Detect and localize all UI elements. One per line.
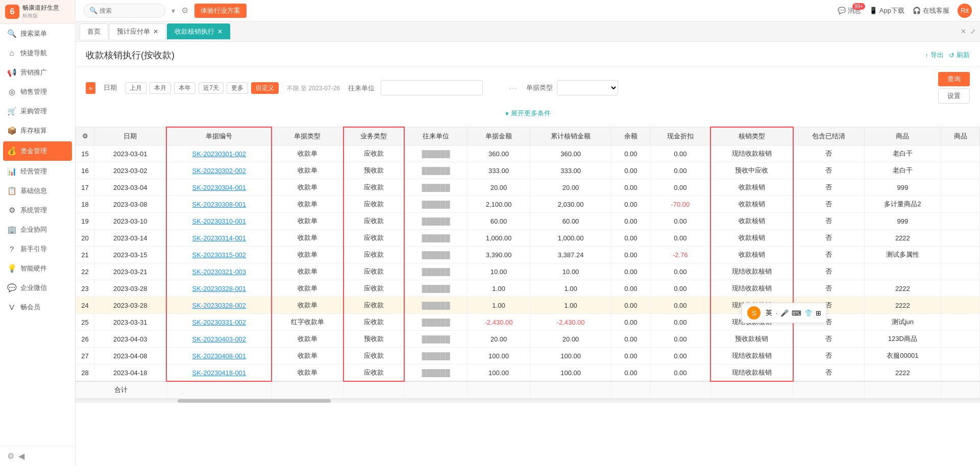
bill-no-link[interactable]: SK-20230302-002 <box>192 167 247 175</box>
cell-goods2 <box>941 263 980 280</box>
sidebar-item-quick[interactable]: ⌂ 快捷导航 <box>0 43 75 63</box>
sidebar-item-marketing[interactable]: 📢 营销推广 <box>0 63 75 82</box>
bill-no-link[interactable]: SK-20230331-002 <box>192 318 247 326</box>
float-keyboard-icon[interactable]: ⌨ <box>792 309 801 317</box>
cell-biz-type: 应收款 <box>344 196 404 213</box>
sidebar-item-search[interactable]: 🔍 搜索菜单 <box>0 24 75 43</box>
date-custom-btn[interactable]: 自定义 <box>251 82 279 94</box>
bill-no-link[interactable]: SK-20230310-001 <box>192 217 247 225</box>
partner-input[interactable] <box>381 80 483 95</box>
gear-icon[interactable]: ⚙ <box>181 6 188 15</box>
bill-no-link[interactable]: SK-20230321-003 <box>192 268 247 276</box>
bill-no-link[interactable]: SK-20230304-001 <box>192 184 247 191</box>
sidebar-item-guide[interactable]: ? 新手引导 <box>0 239 75 259</box>
refresh-button[interactable]: ↺ 刷新 <box>949 51 970 60</box>
messages-button[interactable]: 💬 消息 99+ <box>838 6 861 15</box>
th-included[interactable]: 包含已结清 <box>793 127 865 145</box>
expand-more-btn[interactable]: ▾ 展开更多条件 <box>86 106 970 121</box>
sidebar-item-inventory[interactable]: 📦 库存核算 <box>0 121 75 140</box>
th-goods1[interactable]: 商品 <box>864 127 941 145</box>
tab-pre-apply-close-icon[interactable]: ✕ <box>153 28 158 35</box>
query-button[interactable]: 查询 <box>938 72 970 86</box>
sidebar-item-wechat[interactable]: 💬 企业微信 <box>0 278 75 298</box>
footer-write-type <box>710 381 793 399</box>
float-grid-icon[interactable]: ⊞ <box>816 309 821 317</box>
th-write-type[interactable]: 核销类型 <box>710 127 793 145</box>
cell-biz-type: 应收款 <box>344 179 404 196</box>
sidebar-item-hardware[interactable]: 💡 智能硬件 <box>0 259 75 278</box>
sidebar-item-label: 畅会员 <box>20 303 40 312</box>
cell-bill-type: 收款单 <box>272 196 343 213</box>
topbar-search-bar[interactable]: 🔍 <box>84 4 165 18</box>
sidebar-item-finance[interactable]: 💰 资金管理 <box>3 141 72 161</box>
bill-no-link[interactable]: SK-20230418-001 <box>192 369 247 377</box>
cell-amount: 360.00 <box>468 145 530 162</box>
sidebar-logo: 6 畅康道好生意 标推版 <box>0 0 75 24</box>
bill-no-link[interactable]: SK-20230328-001 <box>192 285 247 292</box>
th-date[interactable]: 日期 <box>94 127 167 145</box>
th-discount[interactable]: 现金折扣 <box>650 127 711 145</box>
sidebar-item-purchase[interactable]: 🛒 采购管理 <box>0 102 75 121</box>
th-settings[interactable]: ⚙ <box>76 127 94 145</box>
th-bill-no[interactable]: 单据编号 <box>166 127 272 145</box>
cell-amount: 2,100.00 <box>468 196 530 213</box>
setting-button[interactable]: 设置 <box>938 88 970 104</box>
sidebar-item-business[interactable]: 📊 经营管理 <box>0 162 75 181</box>
search-input[interactable] <box>100 7 151 14</box>
th-goods2[interactable]: 商品 <box>941 127 980 145</box>
bill-no-link[interactable]: SK-20230315-002 <box>192 251 247 259</box>
sidebar-item-system[interactable]: ⚙ 系统管理 <box>0 201 75 220</box>
date-7days-btn[interactable]: 近7天 <box>199 82 224 94</box>
app-download-button[interactable]: 📱 App下载 <box>869 6 904 15</box>
tab-home[interactable]: 首页 <box>80 23 108 39</box>
th-write-off[interactable]: 累计核销金额 <box>530 127 611 145</box>
cell-goods1: 2222 <box>864 280 941 297</box>
float-mic-icon[interactable]: 🎤 <box>780 309 789 317</box>
collapse-icon[interactable]: ◀ <box>18 451 24 461</box>
bill-no-link[interactable]: SK-20230408-001 <box>192 352 247 360</box>
tab-receipt-exec[interactable]: 收款核销执行 ✕ <box>167 23 230 39</box>
th-partner[interactable]: 往来单位 <box>404 127 468 145</box>
sidebar-item-basic[interactable]: 📋 基础信息 <box>0 181 75 201</box>
cell-date: 2023-03-04 <box>94 179 167 196</box>
table-row: 25 2023-03-31 SK-20230331-002 红字收款单 应收款 … <box>76 314 980 331</box>
close-window-icon[interactable]: ✕ <box>961 28 966 35</box>
th-amount[interactable]: 单据金额 <box>468 127 530 145</box>
chevron-down-icon[interactable]: ▾ <box>172 7 175 15</box>
date-this-month-btn[interactable]: 本月 <box>150 82 171 94</box>
user-avatar[interactable]: Rit <box>958 4 972 18</box>
industry-solution-button[interactable]: 体验行业方案 <box>194 4 247 18</box>
maximize-window-icon[interactable]: ⤢ <box>970 28 976 35</box>
date-this-year-btn[interactable]: 本年 <box>174 82 195 94</box>
settings-icon[interactable]: ⚙ <box>7 451 14 461</box>
cell-date: 2023-03-10 <box>94 213 167 230</box>
date-last-month-btn[interactable]: 上月 <box>125 82 146 94</box>
filter-dots: ··· <box>509 84 518 92</box>
th-bill-type[interactable]: 单据类型 <box>272 127 343 145</box>
sidebar-item-label: 采购管理 <box>20 107 47 116</box>
online-service-button[interactable]: 🎧 在线客服 <box>913 6 949 15</box>
footer-discount <box>650 381 711 399</box>
th-biz-type[interactable]: 业务类型 <box>344 127 404 145</box>
float-s-btn[interactable]: S <box>747 306 761 320</box>
sidebar-item-member[interactable]: V 畅会员 <box>0 298 75 317</box>
sidebar-item-corp[interactable]: 🏢 企业协同 <box>0 220 75 239</box>
tab-receipt-exec-close-icon[interactable]: ✕ <box>217 28 223 35</box>
voucher-type-select[interactable] <box>557 80 618 95</box>
bill-no-link[interactable]: SK-20230328-002 <box>192 302 247 309</box>
th-balance[interactable]: 余额 <box>611 127 650 145</box>
float-shirt-icon[interactable]: 👕 <box>804 309 813 317</box>
double-arrow-icon: » <box>89 84 92 92</box>
date-more-btn[interactable]: 更多 <box>227 82 248 94</box>
scrollbar-thumb[interactable] <box>178 399 331 403</box>
tab-pre-apply[interactable]: 预计应付单 ✕ <box>109 23 166 39</box>
bill-no-link[interactable]: SK-20230314-001 <box>192 234 247 242</box>
float-text: 英 <box>766 308 772 317</box>
bill-no-link[interactable]: SK-20230403-002 <box>192 335 247 343</box>
horizontal-scrollbar[interactable] <box>76 399 980 403</box>
sidebar-item-sales[interactable]: ◎ 销售管理 <box>0 82 75 102</box>
bill-no-link[interactable]: SK-20230301-002 <box>192 150 247 158</box>
filter-toggle-btn[interactable]: » <box>86 82 95 94</box>
bill-no-link[interactable]: SK-20230308-001 <box>192 201 247 208</box>
export-button[interactable]: ↑ 导出 <box>925 51 944 60</box>
